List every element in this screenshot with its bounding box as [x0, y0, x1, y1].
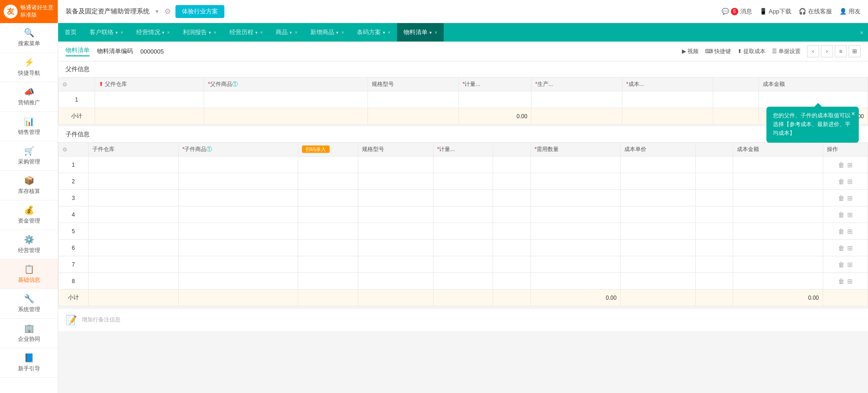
prev-page-button[interactable]: ‹	[807, 45, 819, 57]
single-settings-button[interactable]: ☰ 单据设置	[772, 48, 801, 55]
trial-button[interactable]: 体验行业方案	[175, 5, 224, 18]
child-subtotal-amount: 0.00	[733, 290, 823, 306]
sidebar-item-system[interactable]: 🔧 系统管理	[0, 289, 58, 319]
close-tab-icon[interactable]: ×	[855, 29, 868, 36]
tab-arrow-icon: ▾	[209, 30, 211, 35]
parent-section-title: 父件信息	[58, 61, 868, 77]
copy-icon[interactable]: ⊞	[847, 211, 853, 218]
parent-amount-cell	[759, 91, 868, 108]
next-page-button[interactable]: ›	[821, 45, 833, 57]
parent-prod-cell[interactable]	[531, 91, 622, 108]
add-row-icon[interactable]: 📝	[66, 314, 77, 326]
tab-operations[interactable]: 经营情况▾×	[130, 23, 176, 42]
delete-icon[interactable]: 🗑	[838, 178, 844, 185]
sidebar-item-enterprise[interactable]: 🏢 企业协同	[0, 319, 58, 348]
parent-warehouse-cell[interactable]	[95, 91, 204, 108]
th-parent-product: *父件商品①	[204, 78, 368, 91]
settings-gear-icon[interactable]: ⚙	[164, 7, 171, 16]
copy-icon[interactable]: ⊞	[847, 278, 853, 285]
tab-close-icon[interactable]: ×	[214, 30, 217, 35]
sidebar-item-finance[interactable]: 💰 资金管理	[0, 200, 58, 230]
copy-icon[interactable]: ⊞	[847, 228, 853, 235]
tab-close-icon[interactable]: ×	[434, 30, 437, 35]
parent-subtotal-row: 小计 0.00 0.00	[59, 108, 868, 125]
page-tab-bom-list[interactable]: 物料清单	[66, 46, 90, 56]
delete-icon[interactable]: 🗑	[838, 211, 844, 218]
tab-profit[interactable]: 利润报告▾×	[176, 23, 223, 42]
sidebar-item-marketing[interactable]: 📣 营销推广	[0, 82, 58, 112]
parent-empty-cell	[713, 91, 759, 108]
delete-icon[interactable]: 🗑	[838, 278, 844, 285]
parent-cost-cell[interactable]	[622, 91, 713, 108]
tab-history[interactable]: 经营历程▾×	[223, 23, 270, 42]
delete-icon[interactable]: 🗑	[838, 161, 844, 169]
delete-icon[interactable]: 🗑	[838, 261, 844, 268]
sidebar-item-purchase[interactable]: 🛒 采购管理	[0, 141, 58, 171]
parent-unit-cell[interactable]	[458, 91, 531, 108]
headset-icon: 🎧	[799, 8, 806, 15]
child-row: 1 🗑⊞	[59, 157, 868, 173]
child-row: 8 🗑⊞	[59, 273, 868, 290]
tab-goods[interactable]: 商品▾×	[269, 23, 304, 42]
gear-config-icon[interactable]: ⚙	[62, 81, 67, 88]
topbar-left: 装备及固定资产辅助管理系统 ▼ ⚙ 体验行业方案	[66, 5, 224, 18]
sidebar: 友 畅通诸好生意 标准版 🔍 搜索菜单 ⚡ 快捷导航 📣 营销推广 📊 销售管理…	[0, 0, 58, 393]
parent-product-cell[interactable]	[204, 91, 368, 108]
list-view-button[interactable]: ≡	[835, 45, 847, 57]
grid-view-button[interactable]: ⊞	[849, 45, 861, 57]
video-button[interactable]: ▶ 视频	[682, 48, 699, 55]
tab-close-icon[interactable]: ×	[388, 30, 391, 35]
tab-customer[interactable]: 客户联络▾×	[83, 23, 130, 42]
child-gear-icon[interactable]: ⚙	[62, 146, 67, 153]
tab-close-icon[interactable]: ×	[295, 30, 297, 35]
tab-arrow-icon: ▾	[115, 30, 118, 35]
sidebar-item-search[interactable]: 🔍 搜索菜单	[0, 23, 58, 53]
extract-icon: ⬆	[737, 48, 742, 54]
parent-spec-cell[interactable]	[368, 91, 458, 108]
tab-bom[interactable]: 物料清单▾×	[397, 23, 444, 42]
shortcut-button[interactable]: ⌨ 快捷键	[705, 48, 731, 55]
tab-home[interactable]: 首页	[58, 23, 83, 42]
child-row: 5 🗑⊞	[59, 223, 868, 240]
child-subtotal-row: 小计 0.00 0.00	[59, 290, 868, 306]
parent-row-1: 1	[59, 91, 868, 108]
child-th-unit: *计量...	[433, 143, 493, 157]
dropdown-arrow-icon[interactable]: ▼	[154, 8, 160, 15]
extract-cost-button[interactable]: ⬆ 提取成本	[737, 48, 766, 55]
message-button[interactable]: 💬 6 消息	[722, 7, 752, 16]
th-parent-warehouse: ⬆ 父件仓库	[95, 78, 204, 91]
delete-icon[interactable]: 🗑	[838, 194, 844, 202]
sidebar-item-basic-info[interactable]: 📋 基础信息	[0, 260, 58, 289]
marketing-icon: 📣	[24, 87, 34, 97]
parent-row-num: 1	[59, 91, 95, 108]
copy-icon[interactable]: ⊞	[847, 178, 853, 185]
copy-icon[interactable]: ⊞	[847, 244, 853, 252]
online-service-button[interactable]: 🎧 在线客服	[799, 7, 832, 16]
user-button[interactable]: 👤 用友	[839, 7, 861, 16]
scan-button[interactable]: 扫码录入	[302, 145, 330, 153]
tab-close-icon[interactable]: ×	[260, 30, 263, 35]
child-th-amount: 成本金额	[733, 143, 823, 157]
sidebar-item-operations[interactable]: ⚙️ 经营管理	[0, 230, 58, 260]
parent-subtotal-empty2	[204, 108, 368, 125]
tab-close-icon[interactable]: ×	[167, 30, 170, 35]
sidebar-item-guide[interactable]: 📘 新手引导	[0, 348, 58, 378]
sidebar-item-inventory[interactable]: 📦 库存核算	[0, 171, 58, 200]
copy-icon[interactable]: ⊞	[847, 161, 853, 169]
sidebar-item-sales[interactable]: 📊 销售管理	[0, 112, 58, 141]
tab-close-icon[interactable]: ×	[341, 30, 344, 35]
child-th-qty: *需用数量	[530, 143, 621, 157]
copy-icon[interactable]: ⊞	[847, 194, 853, 202]
th-production: *生产...	[531, 78, 622, 91]
delete-icon[interactable]: 🗑	[838, 244, 844, 252]
inventory-icon: 📦	[24, 175, 34, 186]
sidebar-item-quick-nav[interactable]: ⚡ 快捷导航	[0, 53, 58, 82]
tooltip-close-button[interactable]: ×	[851, 109, 855, 119]
tab-new-goods[interactable]: 新增商品▾×	[304, 23, 350, 42]
tab-barcode[interactable]: 条码方案▾×	[350, 23, 397, 42]
page-header: 物料清单 物料清单编码 0000005 ▶ 视频 ⌨ 快捷键 ⬆ 提取成本 ☰ …	[58, 42, 868, 61]
tab-close-icon[interactable]: ×	[121, 30, 123, 35]
app-download-button[interactable]: 📱 App下载	[760, 7, 791, 16]
copy-icon[interactable]: ⊞	[847, 261, 853, 268]
delete-icon[interactable]: 🗑	[838, 228, 844, 235]
